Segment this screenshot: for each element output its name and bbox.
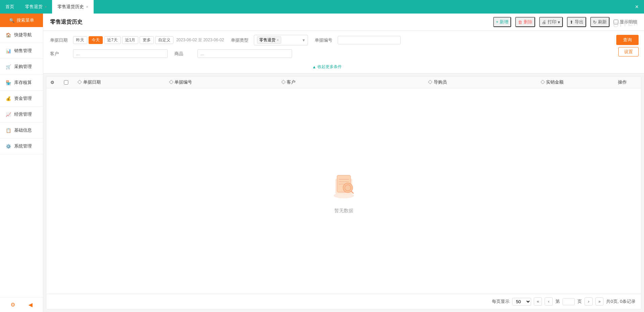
sidebar: 🔍 搜索菜单 🏠快捷导航📊销售管理🛒采购管理🏪库存核算💰资金管理📈经营管理📋基础… (0, 14, 43, 312)
print-dropdown-icon: ▾ (558, 20, 560, 25)
current-page-input[interactable]: 1 (563, 298, 575, 305)
search-icon: 🔍 (9, 18, 15, 23)
print-icon: 🖨 (542, 20, 546, 25)
date-btn-自定义[interactable]: 自定义 (155, 36, 173, 44)
refresh-button[interactable]: ↻ 刷新 (590, 17, 610, 27)
page-label-pre: 第 (555, 298, 560, 305)
th-ops-label: 操作 (618, 79, 627, 85)
customer-label: 客户 (50, 51, 70, 57)
tab-list: 首页零售退货×零售退货历史× (0, 0, 629, 14)
delete-icon: 🗑 (518, 20, 522, 25)
sidebar-item-label: 销售管理 (14, 48, 32, 54)
date-btn-今天[interactable]: 今天 (89, 36, 103, 44)
sidebar-item-label: 快捷导航 (14, 32, 32, 38)
settings-bottom-icon[interactable]: ⚙ (10, 302, 15, 308)
bill-type-dropdown-icon: ▾ (303, 38, 305, 43)
goods-select[interactable]: ... (197, 49, 292, 58)
sidebar-item-basic-info[interactable]: 📋基础信息 (0, 122, 43, 138)
bill-date-label: 单据日期 (50, 37, 70, 43)
sidebar-item-system-mgmt[interactable]: ⚙️系统管理 (0, 138, 43, 154)
th-customer: ◇ 客户 (277, 79, 424, 85)
bill-no-input[interactable] (338, 36, 401, 44)
tab-retail-return-history[interactable]: 零售退货历史× (52, 0, 93, 14)
filter-row-1: 单据日期 昨天今天近7天近1月更多自定义 2023-06-02 至 2023-0… (50, 35, 604, 45)
sidebar-item-finance[interactable]: 💰资金管理 (0, 91, 43, 107)
empty-text: 暂无数据 (334, 208, 353, 214)
refresh-icon: ↻ (593, 20, 597, 25)
goods-filter: 商品 ... (174, 49, 292, 58)
filter-row-2: 客户 ... 商品 ... (50, 49, 604, 58)
tab-close-retail-return[interactable]: × (45, 5, 47, 9)
date-btn-近1月[interactable]: 近1月 (122, 36, 139, 44)
system-mgmt-icon: ⚙️ (5, 143, 11, 149)
pagination: 每页显示 102050100 « ‹ 第 1 页 › » 共0页, 0条记录 (46, 294, 641, 309)
sidebar-item-label: 经营管理 (14, 111, 32, 117)
th-bill-label: ◇ 单据编号 (169, 79, 192, 85)
sidebar-item-label: 资金管理 (14, 95, 32, 102)
main-layout: 🔍 搜索菜单 🏠快捷导航📊销售管理🛒采购管理🏪库存核算💰资金管理📈经营管理📋基础… (0, 14, 644, 312)
last-page-btn[interactable]: » (595, 297, 603, 306)
sidebar-item-sales-mgmt[interactable]: 📊销售管理 (0, 43, 43, 59)
date-btn-近7天[interactable]: 近7天 (104, 36, 121, 44)
total-text: 共0页, 0条记录 (606, 298, 636, 305)
select-all-checkbox[interactable] (64, 80, 68, 85)
date-btn-更多[interactable]: 更多 (140, 36, 154, 44)
bill-type-tag-close[interactable]: × (277, 38, 279, 42)
sidebar-item-inventory[interactable]: 🏪库存核算 (0, 75, 43, 91)
table-header: ⚙ ◇ 单据日期 ◇ 单据编号 ◇ 客户 ◇ 导购员 ◇ 实销 (46, 76, 641, 88)
page-title: 零售退货历史 (50, 19, 82, 26)
first-page-btn[interactable]: « (534, 297, 542, 306)
export-icon: ⬆ (570, 20, 573, 25)
query-button[interactable]: 查询 (616, 35, 639, 45)
bill-date-filter: 单据日期 昨天今天近7天近1月更多自定义 2023-06-02 至 2023-0… (50, 36, 224, 44)
th-guide-label: ◇ 导购员 (428, 79, 447, 85)
th-amount: ◇ 实销金额 (536, 79, 614, 85)
customer-filter: 客户 ... (50, 49, 168, 58)
table-area: ⚙ ◇ 单据日期 ◇ 单据编号 ◇ 客户 ◇ 导购员 ◇ 实销 (46, 76, 641, 309)
sidebar-item-quick-nav[interactable]: 🏠快捷导航 (0, 27, 43, 43)
tab-close-retail-return-history[interactable]: × (86, 5, 88, 9)
bill-type-filter: 单据类型 零售退货 × ▾ (231, 35, 308, 45)
sidebar-item-operations[interactable]: 📈经营管理 (0, 107, 43, 122)
prev-page-btn[interactable]: ‹ (545, 297, 553, 306)
goods-label: 商品 (174, 51, 195, 57)
date-btn-昨天[interactable]: 昨天 (73, 36, 87, 44)
top-bar: 首页零售退货×零售退货历史× × (0, 0, 644, 14)
collapse-filter-btn[interactable]: ▲ 收起更多条件 (50, 62, 604, 73)
collapse-icon: ▲ (312, 65, 316, 69)
empty-icon (327, 169, 361, 202)
new-button[interactable]: + 新增 (493, 17, 511, 27)
window-close-btn[interactable]: × (629, 3, 644, 10)
th-amount-label: ◇ 实销金额 (541, 79, 564, 85)
customer-select[interactable]: ... (73, 49, 168, 58)
bill-type-select[interactable]: 零售退货 × ▾ (254, 35, 308, 45)
tab-home[interactable]: 首页 (0, 0, 20, 14)
print-button[interactable]: 🖨 打印 ▾ (539, 17, 563, 27)
sidebar-menu: 🏠快捷导航📊销售管理🛒采购管理🏪库存核算💰资金管理📈经营管理📋基础信息⚙️系统管… (0, 27, 43, 297)
export-button[interactable]: ⬆ 导出 (567, 17, 586, 27)
next-page-btn[interactable]: › (585, 297, 593, 306)
th-date: ◇ 单据日期 (73, 79, 165, 85)
finance-icon: 💰 (5, 95, 11, 102)
operations-icon: 📈 (5, 111, 11, 117)
sidebar-search-btn[interactable]: 🔍 搜索菜单 (0, 14, 43, 27)
sidebar-item-purchase-mgmt[interactable]: 🛒采购管理 (0, 59, 43, 75)
delete-button[interactable]: 🗑 删除 (515, 17, 535, 27)
show-detail-checkbox[interactable] (614, 20, 618, 24)
bill-type-tag: 零售退货 × (257, 37, 281, 44)
per-page-select[interactable]: 102050100 (512, 298, 531, 306)
sidebar-item-label: 采购管理 (14, 64, 32, 70)
show-detail-label: 显示明细 (614, 19, 637, 25)
filter-section: 单据日期 昨天今天近7天近1月更多自定义 2023-06-02 至 2023-0… (43, 31, 644, 73)
tab-retail-return[interactable]: 零售退货× (20, 0, 52, 14)
quick-nav-icon: 🏠 (5, 32, 11, 38)
setting-button[interactable]: 设置 (618, 47, 639, 57)
sidebar-item-label: 库存核算 (14, 80, 32, 86)
page-label: 页 (577, 298, 582, 305)
content-area: 零售退货历史 + 新增 🗑 删除 🖨 打印 ▾ ⬆ 导出 ↻ (43, 14, 644, 312)
query-actions: 查询 设置 (611, 31, 644, 61)
per-page-label: 每页显示 (492, 298, 509, 305)
inventory-icon: 🏪 (5, 80, 11, 86)
collapse-sidebar-icon[interactable]: ◀ (28, 302, 32, 308)
column-settings-icon[interactable]: ⚙ (50, 80, 54, 85)
